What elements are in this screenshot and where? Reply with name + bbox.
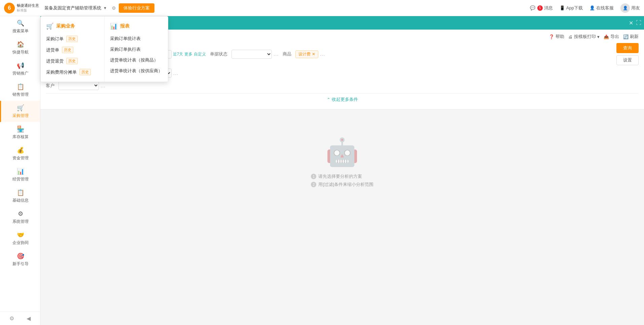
finance-icon: 💰 [17,147,24,154]
sidebar-item-guide[interactable]: 🎯 新手引导 [0,249,40,270]
customer-more[interactable]: … [100,83,106,89]
sidebar-item-inventory[interactable]: 🏪 库存核算 [0,122,40,143]
sidebar-label-operations: 经营管理 [12,176,29,182]
dropdown-item-inbound-return[interactable]: 进货退货 历史 [41,55,104,67]
inbound-return-label: 进货退货 [46,58,64,64]
collapse-sidebar-icon[interactable]: ◀ [27,315,31,322]
sidebar-item-basic-info[interactable]: 📋 基础信息 [0,186,40,207]
export-action[interactable]: 📤 导出 [604,34,619,40]
sidebar-label-cooperation: 企业协同 [12,240,29,246]
avatar: 👤 [620,3,630,13]
message-badge: 5 [537,5,543,11]
refresh-icon: 🔄 [623,34,629,39]
message-label: 消息 [544,5,553,11]
sidebar-label-purchase: 采购管理 [12,113,29,119]
doc-status-label: 单据状态 [210,51,227,57]
purchase-icon: 🛒 [17,104,24,112]
collapse-up-icon: ⌃ [327,97,330,102]
shortcut-more[interactable]: 更多 [184,51,192,57]
dropdown-item-inbound-stat-goods[interactable]: 进货单统计表（按商品） [105,55,168,66]
operations-icon: 📊 [17,168,24,175]
settings-button[interactable]: 设置 [616,55,639,65]
print-icon: 🖨 [568,34,573,39]
customer-selector: … [59,81,106,90]
online-service-label: 在线客服 [596,5,614,11]
sidebar-item-purchase[interactable]: 🛒 采购管理 [0,101,40,122]
inventory-icon: 🏪 [17,125,24,133]
dropdown-report-header: 📊 报表 [105,21,168,33]
shortcut-custom[interactable]: 自定义 [194,51,206,57]
search-button[interactable]: 查询 [616,43,639,53]
app-download-item[interactable]: 📱 App下载 [560,5,583,11]
collapse-conditions[interactable]: ⌃ 收起更多条件 [46,93,639,105]
goods-tag-close[interactable]: ✕ [312,52,315,56]
sidebar-label-quick-nav: 快捷导航 [12,49,29,55]
purchase-order-exec-label: 采购订单执行表 [110,46,141,52]
settings-gear-icon[interactable]: ⚙ [112,5,116,11]
sidebar-item-quick-nav[interactable]: 🏠 快捷导航 [0,37,40,58]
staff-more[interactable]: … [173,70,178,76]
print-dropdown-icon[interactable]: ▾ [597,34,600,39]
filter-row-3: 客户 … [46,81,639,90]
tab-fullscreen-icon[interactable]: ⛶ [636,20,641,26]
sidebar-item-operations[interactable]: 📊 经营管理 [0,164,40,186]
dropdown-item-inbound-stat-supplier[interactable]: 进货单统计表（按供应商） [105,66,168,76]
goods-more[interactable]: … [320,51,325,57]
tip-num-2: 2 [311,182,316,187]
doc-status-select[interactable] [231,50,272,59]
print-label: 按模板打印 [574,34,596,40]
tab-close-window-icon[interactable]: ✕ [629,20,633,26]
empty-tip-2: 2 用[过滤]条件来缩小分析范围 [311,181,373,188]
message-icon-item[interactable]: 💬 5 消息 [530,5,553,11]
sidebar-item-finance[interactable]: 💰 资金管理 [0,143,40,164]
doc-status-more[interactable]: … [273,51,279,57]
customer-label: 客户 [46,83,55,89]
dropdown-item-inbound[interactable]: 进货单 历史 [41,44,104,55]
print-action[interactable]: 🖨 按模板打印 ▾ [568,34,600,40]
sidebar-item-cooperation[interactable]: 🤝 企业协同 [0,228,40,249]
help-icon: ❓ [549,34,554,39]
dropdown-item-purchase-order[interactable]: 采购订单 历史 [41,33,104,44]
sidebar-item-sales[interactable]: 📋 销售管理 [0,80,40,101]
marketing-icon: 📢 [17,62,24,69]
collapse-label: 收起更多条件 [332,96,358,103]
sidebar-bottom: ⚙ ◀ [0,312,40,325]
sidebar-item-system[interactable]: ⚙ 系统管理 [0,207,40,228]
dropdown-report-title: 报表 [120,23,130,29]
goods-tag-item: 设计费 ✕ [295,50,318,58]
online-service-item[interactable]: 👤 在线客服 [589,5,614,11]
sidebar-item-marketing[interactable]: 📢 营销推广 [0,58,40,80]
sales-icon: 📋 [17,83,24,90]
title-dropdown-icon[interactable]: ▾ [104,5,106,10]
top-header: 6 畅捷通好生意 标准版 装备及固定资产辅助管理系统 ▾ ⚙ 体验行业方案 💬 … [0,0,644,16]
system-title: 装备及固定资产辅助管理系统 [44,5,101,11]
dropdown-purchase-icon: 🛒 [46,23,53,30]
guide-icon: 🎯 [17,252,24,260]
user-label: 用友 [631,5,640,11]
dropdown-purchase-title: 采购业务 [56,23,75,29]
user-avatar-item[interactable]: 👤 用友 [620,3,640,13]
sidebar-label-search: 搜索菜单 [12,28,29,34]
purchase-order-label: 采购订单 [46,36,64,42]
goods-tag-label: 设计费 [298,51,311,57]
dropdown-item-purchase-order-stat[interactable]: 采购订单统计表 [105,33,168,44]
export-icon: 📤 [604,34,609,39]
dropdown-purchase-col: 🛒 采购业务 采购订单 历史 进货单 历史 进货退货 历史 采购费用分摊单 历史 [41,16,105,82]
cooperation-icon: 🤝 [17,231,24,239]
sidebar-label-finance: 资金管理 [12,155,29,161]
shortcut-7days[interactable]: 近7天 [173,51,183,57]
sidebar-item-search[interactable]: 🔍 搜索菜单 [0,16,40,37]
industry-btn[interactable]: 体验行业方案 [119,3,154,13]
refresh-action[interactable]: 🔄 刷新 [623,34,639,40]
help-action[interactable]: ❓ 帮助 [549,34,564,40]
tip-text-1: 请先选择要分析的方案 [318,173,362,179]
empty-tip-1: 1 请先选择要分析的方案 [311,173,373,179]
dropdown-item-purchase-expense[interactable]: 采购费用分摊单 历史 [41,67,104,78]
empty-illustration: 🤖 [325,136,359,168]
sidebar-label-guide: 新手引导 [12,261,29,267]
settings-bottom-icon[interactable]: ⚙ [9,315,14,322]
inbound-stat-supplier-label: 进货单统计表（按供应商） [110,68,163,74]
sidebar-label-basic-info: 基础信息 [12,198,29,203]
customer-select[interactable] [59,81,99,90]
dropdown-item-purchase-order-exec[interactable]: 采购订单执行表 [105,44,168,55]
